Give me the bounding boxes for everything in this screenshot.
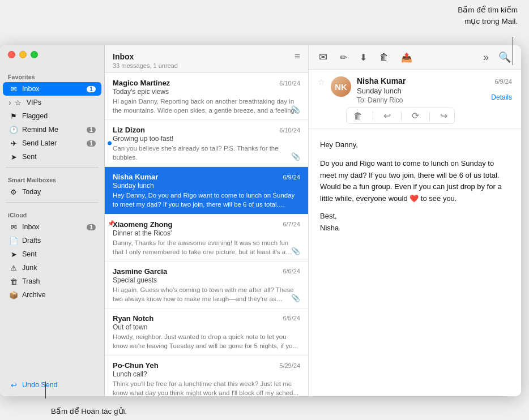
more-toolbar-icon[interactable]: » <box>483 52 488 63</box>
move-toolbar-icon[interactable]: 📤 <box>399 51 415 64</box>
sidebar-item-sent[interactable]: ➤ Sent <box>3 150 101 164</box>
sidebar-item-junk-label: Junk <box>22 264 96 272</box>
smart-mailboxes-section-label: Smart Mailboxes <box>0 171 104 185</box>
detail-date: 6/9/24 <box>494 78 512 85</box>
sidebar-item-today[interactable]: ⚙ Today <box>3 185 101 199</box>
icloud-inbox-badge: 1 <box>87 224 96 230</box>
sidebar-item-icloud-inbox[interactable]: ✉ Inbox 1 <box>3 220 101 234</box>
message-item[interactable]: Liz Dizon 6/10/24 Growing up too fast! C… <box>105 120 308 167</box>
detail-body: Hey Danny, Do you and Rigo want to come … <box>309 129 521 396</box>
message-item[interactable]: 📌 Xiaomeng Zhong 6/7/24 Dinner at the Ri… <box>105 215 308 262</box>
send-later-badge: 1 <box>87 140 96 147</box>
sidebar-item-send-later[interactable]: ✈ Send Later 1 <box>3 136 101 150</box>
minimize-button[interactable] <box>19 51 27 58</box>
divider2 <box>401 112 402 121</box>
msg-subject: Out of town <box>113 323 300 331</box>
reply-all-action-icon[interactable]: ↩ <box>383 110 391 121</box>
archive-toolbar-icon[interactable]: ⬇ <box>357 51 369 64</box>
callout-top-right: Bấm để tìm kiếm mục trong Mail. <box>458 5 518 28</box>
msg-preview: Hi again Danny, Reporting back on anothe… <box>113 97 300 115</box>
flag-icon: ⚑ <box>8 112 19 121</box>
msg-preview: Howdy, neighbor. Just wanted to drop a q… <box>113 332 300 350</box>
sidebar-divider-2 <box>6 202 99 203</box>
sidebar-item-remind-me[interactable]: 🕐 Remind Me 1 <box>3 123 101 136</box>
search-toolbar-icon[interactable]: 🔍 <box>496 50 513 65</box>
favorites-section-label: Favorites <box>0 68 104 82</box>
inbox-icon: ✉ <box>8 84 19 93</box>
sidebar-item-inbox[interactable]: ✉ Inbox 1 <box>3 82 101 96</box>
close-button[interactable] <box>8 51 15 58</box>
app-window: Favorites ✉ Inbox 1 ☆ VIPs ⚑ Flagged 🕐 R… <box>0 45 521 396</box>
sidebar-item-trash[interactable]: 🗑 Trash <box>3 275 101 288</box>
attachment-icon: 📎 <box>291 294 300 302</box>
msg-date: 6/7/24 <box>283 221 300 228</box>
msg-subject: Today's epic views <box>113 88 300 96</box>
edit-icon[interactable]: ✏ <box>338 51 349 64</box>
detail-to: To: Danny Rico <box>357 96 512 104</box>
detail-panel: ✉ ✏ ⬇ 🗑 📤 » 🔍 ☆ NK Nisha Kumar 6/9/24 Su… <box>309 45 521 396</box>
detail-toolbar: ✉ ✏ ⬇ 🗑 📤 » 🔍 <box>309 45 521 70</box>
msg-date: 6/10/24 <box>279 80 300 87</box>
star-icon: ☆ <box>13 98 23 107</box>
sidebar-divider-1 <box>6 167 99 168</box>
sidebar-item-drafts[interactable]: 📄 Drafts <box>3 234 101 247</box>
inbox-badge: 1 <box>87 86 96 92</box>
callout-bottom-left: Bấm để Hoàn tác gửi. <box>51 406 127 415</box>
msg-date: 6/9/24 <box>283 174 300 181</box>
msg-sender: Liz Dizon <box>113 126 145 134</box>
detail-subject: Sunday lunch <box>357 87 512 95</box>
sidebar-item-flagged[interactable]: ⚑ Flagged <box>3 109 101 123</box>
msg-subject: Dinner at the Ricos' <box>113 229 300 237</box>
sidebar-item-flagged-label: Flagged <box>22 112 96 120</box>
forward-action-icon[interactable]: ⟳ <box>412 110 419 121</box>
sidebar-item-junk[interactable]: ⚠ Junk <box>3 261 101 275</box>
message-item[interactable]: Ryan Notch 6/5/24 Out of town Howdy, nei… <box>105 308 308 355</box>
sidebar-item-inbox-label: Inbox <box>22 85 87 93</box>
sidebar-item-archive-label: Archive <box>22 291 96 299</box>
msg-subject: Lunch call? <box>113 370 300 378</box>
sidebar-item-archive[interactable]: 📦 Archive <box>3 288 101 302</box>
reply-action-icon[interactable]: 🗑 <box>353 111 362 121</box>
drafts-icon: 📄 <box>8 236 19 245</box>
more-action-icon[interactable]: ↪ <box>440 110 447 121</box>
attachment-icon: 📎 <box>291 105 300 114</box>
sidebar-item-vips[interactable]: ☆ VIPs <box>3 96 101 109</box>
maximize-button[interactable] <box>31 51 38 58</box>
undo-send-label: Undo Send <box>22 381 96 389</box>
divider1 <box>373 112 373 121</box>
filter-icon[interactable]: ≡ <box>295 51 300 62</box>
message-list-panel: Inbox ≡ 33 messages, 1 unread Magico Mar… <box>105 45 309 396</box>
sidebar-item-sent-label: Sent <box>22 153 96 161</box>
junk-icon: ⚠ <box>8 263 19 272</box>
msg-sender: Ryan Notch <box>113 314 153 323</box>
msg-sender: Jasmine Garcia <box>113 267 167 276</box>
body-greeting: Hey Danny, <box>320 139 510 151</box>
msg-date: 6/6/24 <box>283 268 300 275</box>
star-button[interactable]: ☆ <box>318 78 325 87</box>
today-icon: ⚙ <box>8 187 19 196</box>
unread-dot <box>108 142 112 145</box>
attachment-icon: 📎 <box>291 152 300 161</box>
undo-send-icon: ↩ <box>8 380 19 389</box>
message-item[interactable]: Magico Martinez 6/10/24 Today's epic vie… <box>105 73 308 120</box>
detail-header: ☆ NK Nisha Kumar 6/9/24 Sunday lunch To:… <box>309 70 521 129</box>
message-item[interactable]: Nisha Kumar 6/9/24 Sunday lunch Hey Dann… <box>105 167 308 214</box>
msg-sender: Magico Martinez <box>113 79 170 87</box>
msg-preview: Hi again. Guess who's coming to town wit… <box>113 285 300 303</box>
sidebar-item-remind-me-label: Remind Me <box>22 126 87 134</box>
message-list: Magico Martinez 6/10/24 Today's epic vie… <box>105 73 308 396</box>
details-link[interactable]: Details <box>491 93 512 101</box>
callout-line-bottom <box>45 382 46 398</box>
sidebar-item-icloud-sent[interactable]: ➤ Sent <box>3 247 101 261</box>
undo-send-button[interactable]: ↩ Undo Send <box>3 378 101 392</box>
trash-icon: 🗑 <box>8 277 19 286</box>
msg-date: 5/29/24 <box>279 362 300 369</box>
msg-subject: Sunday lunch <box>113 182 300 190</box>
compose-icon[interactable]: ✉ <box>317 50 330 65</box>
message-item[interactable]: Po-Chun Yeh 5/29/24 Lunch call? Think yo… <box>105 355 308 396</box>
delete-toolbar-icon[interactable]: 🗑 <box>377 51 391 63</box>
sidebar-item-icloud-sent-label: Sent <box>22 250 96 258</box>
list-header-subtitle: 33 messages, 1 unread <box>113 62 300 69</box>
message-item[interactable]: Jasmine Garcia 6/6/24 Special guests Hi … <box>105 262 308 308</box>
msg-preview: Danny, Thanks for the awesome evening! I… <box>113 238 300 256</box>
